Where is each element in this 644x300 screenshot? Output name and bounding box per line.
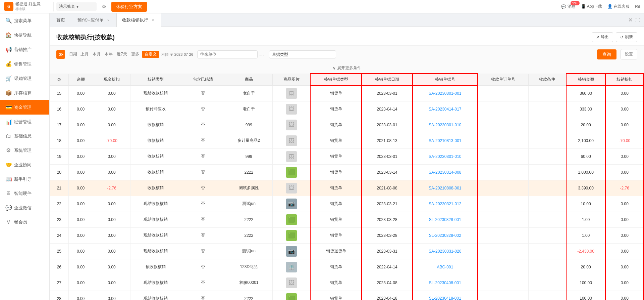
partner-more-icon[interactable]: … xyxy=(259,51,265,58)
cell-bill-type: 销货单 xyxy=(310,196,361,212)
cell-no: 15 xyxy=(50,85,69,101)
cell-bill-date: 2023-03-31 xyxy=(362,243,413,259)
sidebar-icon-13: 💬 xyxy=(5,205,11,211)
sidebar-item-13[interactable]: 💬企业微信 xyxy=(0,201,49,215)
cell-bill-type: 销货单 xyxy=(310,133,361,148)
cell-settled: 否 xyxy=(181,101,225,117)
bell-icon: 💬 xyxy=(561,4,566,9)
cell-bill-no: SA-20230314-008 xyxy=(413,164,478,180)
expand-more-button[interactable]: ∨ 展开更多条件 xyxy=(333,65,361,71)
bill-no-link[interactable]: SA-20210808-001 xyxy=(429,186,461,190)
cell-no: 22 xyxy=(50,196,69,212)
cell-write-off-discount: 0.00 xyxy=(605,243,644,259)
bill-no-link[interactable]: SA-20230301-010 xyxy=(429,154,461,159)
cell-bill-no: SA-20230414-017 xyxy=(413,101,478,117)
th-payment-term: 收款条件 xyxy=(528,74,566,85)
filter-toggle-button[interactable]: ≫ xyxy=(56,50,65,59)
table-row: 24 0.00 0.00 现结收款核销 否 2222 🟩 销货单 2023-03… xyxy=(50,227,644,243)
cell-bill-no: SL-20230418-001 xyxy=(413,291,478,300)
bill-no-link[interactable]: SA-20230414-017 xyxy=(429,107,461,112)
cell-bill-no: SL-20230328-001 xyxy=(413,212,478,227)
industry-button[interactable]: 休验行业方案 xyxy=(111,2,147,12)
cell-bill-type: 销货单 xyxy=(310,148,361,164)
bill-no-link[interactable]: SL-20230328-001 xyxy=(429,217,461,222)
bill-no-link[interactable]: SA-20230301-010 xyxy=(429,123,461,127)
date-this-month[interactable]: 本月 xyxy=(91,51,102,58)
sidebar-item-7[interactable]: 📊经营管理 xyxy=(0,115,49,129)
cell-balance: 0.00 xyxy=(68,148,93,164)
bill-no-link[interactable]: SA-20210813-001 xyxy=(429,138,461,143)
cell-bill-date: 2023-04-14 xyxy=(362,101,413,117)
sidebar-item-10[interactable]: 🤝企业协同 xyxy=(0,158,49,172)
cell-goods: 2222 xyxy=(225,227,273,243)
sidebar-item-0[interactable]: 🔍搜索菜单 xyxy=(0,13,49,28)
cell-write-off-discount: 0.00 xyxy=(605,117,644,133)
notification-button[interactable]: 💬 消息 99+ xyxy=(561,4,576,9)
sidebar-item-14[interactable]: V畅会员 xyxy=(0,215,49,229)
sidebar-item-12[interactable]: 🖥智能硬件 xyxy=(0,186,49,201)
tab-home[interactable]: 首页 xyxy=(50,13,72,27)
query-button[interactable]: 查询 xyxy=(597,49,616,59)
tab-receipt-close[interactable]: × xyxy=(150,17,156,23)
cell-payment-term xyxy=(528,164,566,180)
service-icon: 👤 xyxy=(607,4,612,9)
cell-goods-img: 🖼 xyxy=(273,101,311,117)
table-container: ⚙ 余额 现金折扣 核销类型 包含已结清 商品 商品图片 核销单据类型 核销单据… xyxy=(50,73,644,300)
cell-order-no xyxy=(478,85,528,101)
sidebar-item-8[interactable]: 🗂基础信息 xyxy=(0,129,49,143)
cell-settled: 否 xyxy=(181,227,225,243)
date-custom[interactable]: 自定义 xyxy=(142,51,159,58)
cell-bill-type: 销货单 xyxy=(310,101,361,117)
bill-no-link[interactable]: SA-20230301-001 xyxy=(429,91,461,96)
cell-type: 现结收款核销 xyxy=(130,196,181,212)
sidebar-icon-2: 📢 xyxy=(5,46,11,53)
tab-bar: 首页 预付冲应付单 × 收款核销执行 × ✕ ⛶ xyxy=(50,13,644,27)
partner-input[interactable] xyxy=(197,50,258,58)
bill-no-link[interactable]: SL-20230328-002 xyxy=(429,233,461,238)
cell-discount: 0.00 xyxy=(93,85,130,101)
sidebar-item-11[interactable]: 📖新手引导 xyxy=(0,172,49,186)
cell-bill-no: SA-20230301-010 xyxy=(413,117,478,133)
cell-discount: 0.00 xyxy=(93,291,130,300)
date-last-month[interactable]: 上月 xyxy=(79,51,90,58)
cell-write-off-discount: -70.00 xyxy=(605,133,644,148)
tab-prepay[interactable]: 预付冲应付单 × xyxy=(72,13,117,27)
cell-bill-date: 2023-03-14 xyxy=(362,164,413,180)
cell-order-no xyxy=(478,164,528,180)
cell-balance: 0.00 xyxy=(68,291,93,300)
date-more[interactable]: 更多 xyxy=(130,51,141,58)
bill-no-link[interactable]: SA-20230314-008 xyxy=(429,170,461,175)
bill-no-link[interactable]: SL-20230408-001 xyxy=(429,281,461,285)
date-this-year[interactable]: 本年 xyxy=(103,51,114,58)
refresh-button[interactable]: ↺ 刷新 xyxy=(616,32,637,42)
cell-settled: 否 xyxy=(181,275,225,291)
cell-bill-no: SL-20230408-001 xyxy=(413,275,478,291)
bill-no-link[interactable]: SA-20230321-012 xyxy=(429,202,461,206)
online-service-button[interactable]: 👤 在线客服 xyxy=(607,4,630,9)
window-close-icon[interactable]: ✕ xyxy=(628,17,633,23)
user-name[interactable]: Rit xyxy=(635,4,640,9)
sidebar-item-5[interactable]: 📦库存核算 xyxy=(0,86,49,100)
bill-no-link[interactable]: SA-20230331-026 xyxy=(429,249,461,254)
sidebar-item-9[interactable]: ⚙系统管理 xyxy=(0,143,49,158)
tab-prepay-close[interactable]: × xyxy=(106,17,111,23)
single-type-select[interactable]: 单据类型 xyxy=(269,50,336,58)
sidebar-label-13: 企业微信 xyxy=(14,205,32,211)
bill-no-link[interactable]: ABC-001 xyxy=(437,265,453,269)
gear-button[interactable]: ⚙ xyxy=(99,2,109,11)
column-settings-icon[interactable]: ⚙ xyxy=(50,74,69,85)
tab-receipt[interactable]: 收款核销执行 × xyxy=(117,13,161,27)
sidebar-item-1[interactable]: 🏠快捷导航 xyxy=(0,28,49,42)
sidebar-item-4[interactable]: 🛒采购管理 xyxy=(0,71,49,86)
export-button[interactable]: ↗ 导出 xyxy=(592,32,613,42)
cell-bill-type: 销货单 xyxy=(310,180,361,196)
window-expand-icon[interactable]: ⛶ xyxy=(635,17,640,23)
settings-button[interactable]: 设置 xyxy=(621,49,637,59)
date-last7[interactable]: 近7天 xyxy=(115,51,128,58)
sidebar-item-3[interactable]: 💰销售管理 xyxy=(0,57,49,71)
org-selector[interactable]: 演示账套 ▾ xyxy=(56,2,97,11)
sidebar-item-2[interactable]: 📢营销推广 xyxy=(0,42,49,57)
bill-no-link[interactable]: SL-20230418-001 xyxy=(429,296,461,300)
app-download-button[interactable]: 📱 App下载 xyxy=(581,4,602,9)
sidebar-item-6[interactable]: 💳资金管理 xyxy=(0,100,49,115)
